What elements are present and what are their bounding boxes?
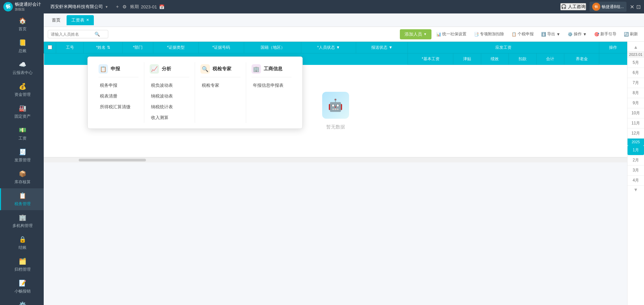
operation-btn[interactable]: ⚙️ 操作 ▼ [566,30,589,38]
calendar-icon[interactable]: 📅 [159,4,164,9]
month-2023-5[interactable]: 5月 [628,58,644,68]
th-allowance: 津贴 [453,53,481,65]
th-deduction: 扣款 [509,53,536,65]
month-2023-10[interactable]: 10月 [628,108,644,118]
analysis-section: 📈 分析 税负波动表 纳税波动表 纳税统计表 收入测算 [144,62,195,123]
tax-icon: 📋 [18,192,27,200]
logo-text: 畅捷通好会计 [15,2,41,7]
sidebar-label-invoice: 发票管理 [14,157,31,163]
sidebar-item-close[interactable]: 🔒 结账 [0,232,44,254]
social-security-btn[interactable]: 📊 统一社保设置 [434,30,468,38]
tab-close-icon[interactable]: ✕ [86,18,89,22]
add-person-btn[interactable]: 添加人员 ▼ [400,29,431,39]
sidebar-item-tax[interactable]: 📋 税务管理 [0,188,44,210]
logo-icon: 畅 [3,2,13,11]
special-deduction-btn[interactable]: 📑 专项附加扣除 [472,30,506,38]
settings-icon-btn[interactable]: ⚙ [122,4,127,9]
sidebar-item-home[interactable]: 🏠 首页 [0,13,44,35]
tax-stats-item[interactable]: 纳税统计表 [150,102,190,112]
declaration-header: 📋 申报 [99,62,139,77]
th-salary-group: 应发工资 [408,42,599,53]
add-btn-label: 添加人员 [405,31,422,37]
company-selector[interactable]: 西安虾米网络科技有限公司 ▼ [47,2,112,11]
expense-icon: 📝 [18,279,27,287]
income-tax-item[interactable]: 所得税汇算清缴 [99,102,139,112]
tab-home[interactable]: 首页 [47,15,65,25]
month-2024-1[interactable]: 1月 [628,145,644,155]
sidebar-item-settings[interactable]: ⚙️ 基础设置 [0,298,44,305]
month-2023-7[interactable]: 7月 [628,78,644,88]
export-btn[interactable]: ⬇️ 导出 ▼ [539,30,562,38]
sidebar: 🏠 首页 📒 总账 ☁️ 云报表中心 💰 资金管理 🏭 固定资产 💵 工资 🧾 … [0,13,44,305]
refresh-btn[interactable]: 🔄 刷新 [622,30,640,38]
close-icon: 🔒 [18,235,27,243]
date-up-btn[interactable]: ▲ [628,43,644,51]
sidebar-item-inventory[interactable]: 📦 库存核算 [0,166,44,188]
business-info-icon: 🏢 [252,64,261,74]
toolbar-actions: 📊 统一社保设置 📑 专项附加扣除 📋 个税申报 ⬇️ 导出 ▼ ⚙️ [434,30,640,38]
tax-inspection-icon: 🔍 [200,64,210,74]
add-company-btn[interactable]: ＋ [115,4,120,10]
restore-window-btn[interactable]: ⊡ [636,4,641,10]
search-input[interactable] [51,32,94,37]
tax-payment-item[interactable]: 纳税波动表 [150,91,190,102]
sidebar-item-ledger[interactable]: 📒 总账 [0,35,44,57]
tab-salary-sheet[interactable]: 工资表 ✕ [67,15,94,25]
annual-report-item[interactable]: 年报信息申报表 [252,80,292,91]
scrollbar-area [44,157,627,162]
sidebar-item-cloud-report[interactable]: ☁️ 云报表中心 [0,57,44,79]
sidebar-item-multi-org[interactable]: 🏢 多机构管理 [0,210,44,232]
special-deduction-label: 专项附加扣除 [480,31,504,37]
th-report-status: 报送状态 ▼ [356,42,408,53]
horizontal-scrollbar[interactable] [79,159,146,161]
tax-burden-item[interactable]: 税负波动表 [150,80,190,91]
sidebar-item-archive[interactable]: 🗂️ 归档管理 [0,254,44,276]
sidebar-item-salary[interactable]: 💵 工资 [0,123,44,145]
sidebar-item-invoice[interactable]: 🧾 发票管理 [0,145,44,166]
month-2024-3[interactable]: 3月 [628,165,644,176]
month-2024-4[interactable]: 4月 [628,176,644,186]
month-2023-8[interactable]: 8月 [628,88,644,98]
search-box: 🔍 [48,30,108,38]
sidebar-item-fund[interactable]: 💰 资金管理 [0,79,44,101]
sidebar-label-ledger: 总账 [18,48,27,54]
search-icon: 🔍 [94,32,100,37]
dropdown-overlay: 📋 申报 税务申报 税表清册 所得税汇算清缴 📈 分析 税负波动表 [87,56,303,129]
sidebar-label-inventory: 库存核算 [14,179,31,185]
operation-label: 操作 [574,31,582,37]
new-guide-icon: 🎯 [594,32,599,37]
th-operation: 操作 [599,42,627,53]
ai-consult-btn[interactable]: 🎧 人工咨询 [560,3,586,10]
tax-inspection-item[interactable]: 税检专家 [200,80,240,91]
month-2023-9[interactable]: 9月 [628,98,644,108]
inventory-icon: 📦 [18,170,27,178]
month-2024-2[interactable]: 2月 [628,155,644,165]
logo-subtext: 旗舰版 [15,7,41,12]
tax-table-item[interactable]: 税表清册 [99,91,139,102]
month-2023-12[interactable]: 12月 [628,128,644,139]
close-window-btn[interactable]: ✕ [630,4,634,10]
business-info-section: 🏢 工商信息 年报信息申报表 [246,62,297,123]
salary-icon: 💵 [18,126,27,134]
th-department: *部门 [122,42,153,53]
th-pension: 养老金 [564,53,599,65]
th-nationality: 国籍（地区） [244,42,301,53]
tax-declaration-btn[interactable]: 📋 个税申报 [509,30,536,38]
social-security-label: 统一社保设置 [442,31,466,37]
sidebar-item-asset[interactable]: 🏭 固定资产 [0,101,44,123]
sidebar-item-expense[interactable]: 📝 小畅报销 [0,276,44,298]
user-avatar-btn[interactable]: 畅 畅捷通B组... [590,2,627,12]
tax-declaration-item[interactable]: 税务申报 [99,80,139,91]
th-checkbox[interactable] [44,42,56,53]
export-arrow: ▼ [556,32,560,37]
new-guide-btn[interactable]: 🎯 新手引导 [592,30,618,38]
month-2023-11[interactable]: 11月 [628,118,644,128]
date-down-btn[interactable]: ▼ [628,186,644,194]
income-forecast-item[interactable]: 收入测算 [150,112,190,123]
new-guide-label: 新手引导 [600,31,616,37]
user-name: 畅捷通B组... [602,4,624,10]
toolbar: 🔍 添加人员 ▼ 📊 统一社保设置 📑 专项附加扣除 📋 个税申报 [44,27,644,42]
asset-icon: 🏭 [18,104,27,112]
select-all-checkbox[interactable] [48,45,52,49]
month-2023-6[interactable]: 6月 [628,68,644,78]
